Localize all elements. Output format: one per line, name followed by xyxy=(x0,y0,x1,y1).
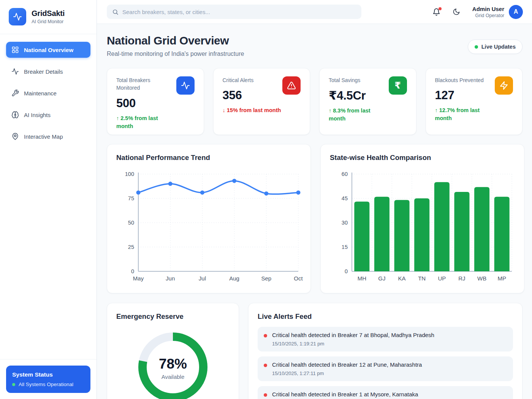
stat-card-critical-alerts: Critical Alerts 356 ↓ 15% from last mont… xyxy=(213,68,310,135)
system-status-title: System Status xyxy=(12,371,84,378)
chart-title: Emergency Reserve xyxy=(116,312,230,321)
stat-delta: ↑ 8.3% from last month xyxy=(329,107,388,123)
alert-dot xyxy=(264,334,267,337)
sidebar-item-interactive-map[interactable]: Interactive Map xyxy=(6,128,90,144)
dark-mode-toggle[interactable] xyxy=(453,8,460,16)
alert-dot xyxy=(264,364,267,367)
alerts-title: Live Alerts Feed xyxy=(258,312,513,321)
alert-time: 15/10/2025, 1:19:21 pm xyxy=(272,341,434,347)
system-status-card: System Status All Systems Operational xyxy=(6,366,90,393)
svg-text:UP: UP xyxy=(438,275,446,282)
svg-text:MH: MH xyxy=(358,275,366,282)
sidebar-item-breaker-details[interactable]: Breaker Details xyxy=(6,63,90,79)
stat-value: 500 xyxy=(116,97,195,110)
svg-text:RJ: RJ xyxy=(458,275,465,282)
alert-item: Critical health detected in Breaker 1 at… xyxy=(258,386,513,399)
search-icon xyxy=(112,9,119,15)
wrench-icon xyxy=(11,89,19,97)
stat-card-total-breakers: Total Breakers Monitored 500 ↑ 2.5% from… xyxy=(107,68,204,135)
chart-title: State-wise Health Comparison xyxy=(330,154,515,162)
stat-delta: ↑ 2.5% from last month xyxy=(116,114,176,130)
live-updates-badge: Live Updates xyxy=(468,40,522,54)
activity-icon xyxy=(11,68,19,75)
activity-logo-icon xyxy=(9,8,26,25)
notification-badge xyxy=(439,7,442,10)
zap-icon xyxy=(495,76,513,95)
page-title: National Grid Overview xyxy=(107,34,244,47)
donut-value: 78% xyxy=(159,356,187,372)
app-root: GridSakti AI Grid Monitor National Overv… xyxy=(0,0,532,399)
main-content: National Grid Overview Real-time monitor… xyxy=(97,24,532,399)
sidebar-nav: National Overview Breaker Details Mainte… xyxy=(0,34,97,152)
search-input[interactable] xyxy=(122,9,356,15)
stat-delta: ↑ 12.7% from last month xyxy=(435,106,495,122)
stat-label: Blackouts Prevented xyxy=(435,76,492,84)
stat-delta: ↓ 15% from last month xyxy=(223,106,282,114)
sidebar-item-label: AI Insights xyxy=(24,112,51,118)
sidebar-item-maintenance[interactable]: Maintenance xyxy=(6,85,90,101)
state-health-card: State-wise Health Comparison 015304560MH… xyxy=(320,144,524,293)
user-menu[interactable]: Admin User Grid Operator A xyxy=(472,5,523,19)
stat-label: Total Savings xyxy=(329,76,386,84)
alert-message: Critical health detected in Breaker 7 at… xyxy=(272,332,434,338)
app-logo: GridSakti AI Grid Monitor xyxy=(0,0,97,34)
svg-text:75: 75 xyxy=(128,195,134,201)
alert-dot xyxy=(264,393,267,397)
map-pin-icon xyxy=(11,133,19,140)
svg-text:60: 60 xyxy=(342,171,348,177)
app-name: GridSakti xyxy=(32,9,65,18)
svg-text:45: 45 xyxy=(342,195,348,201)
svg-text:Oct: Oct xyxy=(294,275,303,282)
performance-line-chart: 0255075100MayJunJulAugSepOct xyxy=(116,169,301,287)
chart-title: National Performance Trend xyxy=(116,154,301,162)
svg-text:100: 100 xyxy=(125,171,134,177)
user-name: Admin User xyxy=(472,6,504,12)
svg-text:Sep: Sep xyxy=(261,275,271,282)
donut-sublabel: Available xyxy=(162,374,185,380)
topbar: Admin User Grid Operator A xyxy=(97,0,532,24)
system-status-section: System Status All Systems Operational xyxy=(0,359,97,399)
svg-text:50: 50 xyxy=(128,220,134,226)
layout-grid-icon xyxy=(11,46,19,54)
page-subtitle: Real-time monitoring of India's power in… xyxy=(107,51,244,57)
performance-trend-card: National Performance Trend 0255075100May… xyxy=(107,144,311,293)
alert-message: Critical health detected in Breaker 12 a… xyxy=(272,361,422,368)
status-dot xyxy=(12,383,15,386)
svg-text:30: 30 xyxy=(342,220,348,226)
alert-triangle-icon xyxy=(282,76,301,95)
sidebar-item-national-overview[interactable]: National Overview xyxy=(6,42,90,58)
stat-card-blackouts-prevented: Blackouts Prevented 127 ↑ 12.7% from las… xyxy=(426,68,523,135)
user-role: Grid Operator xyxy=(472,13,504,18)
alert-time: 15/10/2025, 1:27:11 pm xyxy=(272,370,422,376)
svg-text:TN: TN xyxy=(418,275,426,282)
app-tagline: AI Grid Monitor xyxy=(32,19,65,24)
svg-text:May: May xyxy=(133,275,144,282)
stat-label: Total Breakers Monitored xyxy=(116,76,173,92)
notifications-button[interactable] xyxy=(432,8,440,16)
live-dot xyxy=(475,45,478,49)
sidebar-item-label: Maintenance xyxy=(24,90,57,97)
alert-message: Critical health detected in Breaker 1 at… xyxy=(272,391,418,397)
brain-icon xyxy=(11,111,19,119)
sidebar-item-label: National Overview xyxy=(24,47,73,53)
svg-text:GJ: GJ xyxy=(378,275,385,282)
svg-text:0: 0 xyxy=(345,268,348,274)
alert-item: Critical health detected in Breaker 12 a… xyxy=(258,356,513,381)
svg-text:25: 25 xyxy=(128,244,134,250)
charts-row: National Performance Trend 0255075100May… xyxy=(107,144,522,293)
live-alerts-card: Live Alerts Feed Critical health detecte… xyxy=(248,303,522,399)
sidebar-item-label: Breaker Details xyxy=(24,68,63,75)
avatar[interactable]: A xyxy=(509,5,523,19)
svg-text:Aug: Aug xyxy=(229,275,239,282)
alert-item: Critical health detected in Breaker 7 at… xyxy=(258,327,513,352)
state-health-bar-chart: 015304560MHGJKATNUPRJWBMP xyxy=(330,169,515,287)
emergency-reserve-card: Emergency Reserve 78% Available xyxy=(107,303,239,399)
svg-text:15: 15 xyxy=(342,244,348,250)
system-status-text: All Systems Operational xyxy=(19,382,73,387)
bottom-row: Emergency Reserve 78% Available Live Ale… xyxy=(107,303,522,399)
stat-card-total-savings: Total Savings ₹ ₹4.5Cr ↑ 8.3% from last … xyxy=(319,68,416,135)
stat-label: Critical Alerts xyxy=(223,76,280,84)
sidebar-item-ai-insights[interactable]: AI Insights xyxy=(6,107,90,123)
search-bar[interactable] xyxy=(107,5,361,19)
activity-icon xyxy=(176,76,195,95)
